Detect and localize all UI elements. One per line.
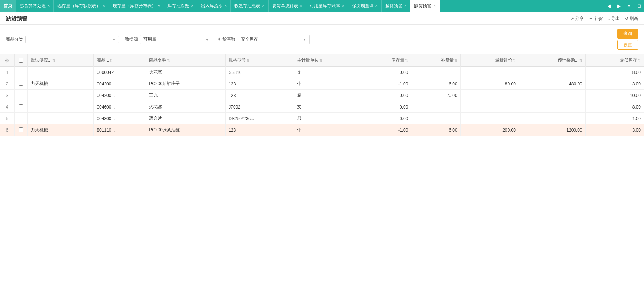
tab-close-defect-proc[interactable]: × bbox=[48, 4, 50, 8]
tab-close-expiry-query[interactable]: × bbox=[375, 4, 378, 8]
row-spec: SS816 bbox=[226, 67, 294, 78]
tab-bar: 首页 拣货异常处理 × 现存量（库存状况表） × 现存量（库存分布表） × 库存… bbox=[0, 0, 644, 12]
table-row: 6 力天机械 801110... PC200张紧油缸 123 个 -1.00 6… bbox=[0, 124, 644, 136]
row-checkbox-cell[interactable] bbox=[14, 124, 27, 136]
col-checkbox[interactable] bbox=[14, 54, 27, 67]
tab-inventory-status[interactable]: 现存量（库存状况表） × bbox=[54, 0, 109, 12]
row-checkbox[interactable] bbox=[19, 104, 23, 109]
tab-close-inventory-status[interactable]: × bbox=[103, 4, 105, 8]
row-checkbox-cell[interactable] bbox=[14, 101, 27, 113]
filter-group-replenish: 补货基数 安全库存 ▼ bbox=[218, 35, 310, 44]
tab-recv-summary[interactable]: 收发存汇总表 × bbox=[231, 0, 268, 12]
tab-home[interactable]: 首页 bbox=[0, 0, 16, 12]
tab-available-ledger[interactable]: 可用量库存账本 × bbox=[306, 0, 348, 12]
query-button[interactable]: 查询 bbox=[617, 29, 638, 39]
sort-icon-replenish: ⇅ bbox=[454, 58, 457, 62]
col-product-code[interactable]: 商品... ⇅ bbox=[94, 54, 146, 67]
sort-icon-min: ⇅ bbox=[638, 58, 641, 62]
row-product-code: 004200... bbox=[94, 90, 146, 101]
tab-close-in-out-flow[interactable]: × bbox=[225, 4, 227, 8]
filter-group-category: 商品分类 ▼ bbox=[6, 36, 119, 43]
tab-maximize-btn[interactable]: ⊡ bbox=[634, 0, 644, 12]
row-checkbox-cell[interactable] bbox=[14, 113, 27, 124]
refresh-button[interactable]: ↺ 刷新 bbox=[625, 16, 638, 22]
tab-scroll-left-btn[interactable]: ◀ bbox=[604, 0, 614, 12]
row-est-purchase bbox=[519, 101, 585, 113]
row-product-name: PC200油缸庄子 bbox=[146, 78, 226, 90]
export-button[interactable]: ↓ 导出 bbox=[608, 16, 620, 22]
datasource-select[interactable]: 可用量 ▼ bbox=[140, 35, 212, 44]
row-min-stock: 10.00 bbox=[585, 90, 644, 101]
settings-icon[interactable]: ⚙ bbox=[5, 58, 9, 63]
col-spec[interactable]: 规格型号 ⇅ bbox=[226, 54, 294, 67]
row-checkbox-cell[interactable] bbox=[14, 90, 27, 101]
col-replenish-qty[interactable]: 补货量 ⇅ bbox=[411, 54, 460, 67]
row-number: 6 bbox=[0, 124, 14, 136]
tab-close-batch-account[interactable]: × bbox=[191, 4, 193, 8]
tab-expiry-query[interactable]: 保质期查询 × bbox=[348, 0, 382, 12]
row-product-name: 火花塞 bbox=[146, 101, 226, 113]
tab-close-available-ledger[interactable]: × bbox=[342, 4, 344, 8]
row-product-code: 004200... bbox=[94, 78, 146, 90]
row-checkbox[interactable] bbox=[19, 81, 23, 86]
col-product-name[interactable]: 商品名称 ⇅ bbox=[146, 54, 226, 67]
row-min-stock: 8.00 bbox=[585, 67, 644, 78]
tab-scroll-right-btn[interactable]: ▶ bbox=[614, 0, 624, 12]
row-stock-qty: 0.00 bbox=[362, 67, 411, 78]
share-button[interactable]: ↗ 分享 bbox=[570, 16, 584, 22]
tab-close-shortage-warn[interactable]: × bbox=[433, 4, 435, 8]
row-est-purchase bbox=[519, 113, 585, 124]
row-checkbox[interactable] bbox=[19, 93, 23, 97]
row-product-code: 801110... bbox=[94, 124, 146, 136]
category-select[interactable]: ▼ bbox=[25, 36, 119, 43]
col-latest-price[interactable]: 最新进价 ⇅ bbox=[460, 54, 519, 67]
row-stock-qty: 0.00 bbox=[362, 101, 411, 113]
tab-close-inventory-dist[interactable]: × bbox=[158, 4, 160, 8]
row-latest-price bbox=[460, 90, 519, 101]
row-est-purchase bbox=[519, 90, 585, 101]
tab-close-order-stats[interactable]: × bbox=[300, 4, 302, 8]
filter-area: 商品分类 ▼ 数据源 可用量 ▼ 补货基数 安全库存 ▼ 查询 设置 bbox=[0, 25, 644, 54]
sort-icon-price: ⇅ bbox=[513, 58, 516, 62]
row-default-supplier bbox=[27, 90, 94, 101]
row-checkbox[interactable] bbox=[19, 116, 23, 120]
row-stock-qty: 0.00 bbox=[362, 113, 411, 124]
col-min-stock[interactable]: 最低库存 ⇅ bbox=[585, 54, 644, 67]
row-checkbox-cell[interactable] bbox=[14, 78, 27, 90]
tab-close-recv-summary[interactable]: × bbox=[262, 4, 264, 8]
tab-batch-account[interactable]: 库存批次账 × bbox=[164, 0, 197, 12]
filter-group-datasource: 数据源 可用量 ▼ bbox=[125, 35, 212, 44]
table-row: 4 004600... 火花塞 J7092 支 0.00 8.00 bbox=[0, 101, 644, 113]
col-est-purchase[interactable]: 预计采购... ⇅ bbox=[519, 54, 585, 67]
col-stock-qty[interactable]: 库存量 ⇅ bbox=[362, 54, 411, 67]
row-product-name: 三九 bbox=[146, 90, 226, 101]
replenish-button[interactable]: ＋ 补货 bbox=[589, 16, 603, 22]
col-settings[interactable]: ⚙ bbox=[0, 54, 14, 67]
datasource-value: 可用量 bbox=[143, 36, 156, 43]
row-min-stock: 3.00 bbox=[585, 78, 644, 90]
col-default-supplier[interactable]: 默认供应... ⇅ bbox=[27, 54, 94, 67]
row-default-supplier: 力天机械 bbox=[27, 78, 94, 90]
tab-order-stats[interactable]: 要货单统计表 × bbox=[269, 0, 306, 12]
tab-overstock-warn[interactable]: 超储预警 × bbox=[382, 0, 410, 12]
main-content: 缺货预警 ↗ 分享 ＋ 补货 ↓ 导出 ↺ 刷新 商品分类 bbox=[0, 12, 644, 287]
tab-in-out-flow[interactable]: 出入库流水 × bbox=[197, 0, 231, 12]
select-all-checkbox[interactable] bbox=[19, 58, 23, 63]
row-unit: 只 bbox=[294, 113, 362, 124]
settings-button[interactable]: 设置 bbox=[617, 40, 638, 50]
tab-defect-proc[interactable]: 拣货异常处理 × bbox=[16, 0, 54, 12]
tab-shortage-warn[interactable]: 缺货预警 × bbox=[410, 0, 439, 12]
row-checkbox-cell[interactable] bbox=[14, 67, 27, 78]
replenish-select[interactable]: 安全库存 ▼ bbox=[238, 35, 310, 44]
row-checkbox[interactable] bbox=[19, 127, 23, 132]
tab-inventory-dist[interactable]: 现存量（库存分布表） × bbox=[109, 0, 164, 12]
table-header-row: ⚙ 默认供应... ⇅ bbox=[0, 54, 644, 67]
row-spec: DS250*23c... bbox=[226, 113, 294, 124]
col-unit[interactable]: 主计量单位 ⇅ bbox=[294, 54, 362, 67]
row-product-name: 离合片 bbox=[146, 113, 226, 124]
tab-close-overstock-warn[interactable]: × bbox=[404, 4, 406, 8]
row-checkbox[interactable] bbox=[19, 70, 23, 74]
tab-close-all-btn[interactable]: ✕ bbox=[624, 0, 634, 12]
row-unit: 支 bbox=[294, 67, 362, 78]
row-est-purchase: 480.00 bbox=[519, 78, 585, 90]
